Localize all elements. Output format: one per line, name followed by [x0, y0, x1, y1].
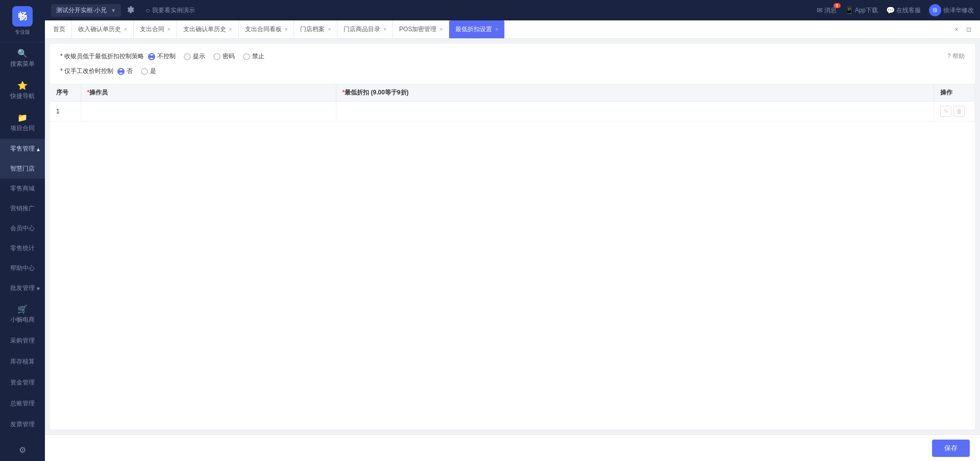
- settings-icon: ⚙: [19, 445, 26, 455]
- tab-label: 支出合同: [140, 25, 164, 34]
- tab-more-btn[interactable]: ⊡: [964, 25, 974, 35]
- topbar-project-selector[interactable]: 测试分开实框·小兄 ▼: [51, 4, 121, 17]
- tab-close-icon[interactable]: ×: [285, 27, 288, 32]
- sidebar-item-marketing[interactable]: 营销推广: [0, 199, 45, 219]
- topbar-settings-btn[interactable]: [127, 6, 135, 15]
- tab-pos-password[interactable]: POS加密管理 ×: [393, 20, 449, 39]
- content-area: * 收银员低于最低折扣控制策略 不控制 提示 密码: [45, 39, 980, 461]
- action-edit-btn[interactable]: ✎: [940, 106, 951, 117]
- sidebar-item-label: 库存核算: [10, 357, 35, 366]
- radio-no[interactable]: 否: [117, 67, 133, 76]
- sidebar-item-retail-stats[interactable]: 零售统计: [0, 238, 45, 258]
- col-header-seq: 序号: [50, 84, 81, 102]
- data-table: 序号 *操作员 *最低折扣 (9.00等于9折) 操作 1: [50, 84, 975, 122]
- sidebar-item-label: 零售统计: [10, 244, 35, 253]
- tab-close-icon[interactable]: ×: [383, 27, 386, 32]
- radio-label: 不控制: [157, 52, 176, 61]
- radio-password[interactable]: 密码: [213, 52, 235, 61]
- radio-circle-no: [117, 68, 125, 75]
- topbar: 测试分开实框·小兄 ▼ ○ 我要看实例演示 ✉ 消息 8 📱 App下载: [45, 0, 980, 20]
- tab-close-icon[interactable]: ×: [124, 27, 127, 32]
- tab-label: POS加密管理: [399, 25, 436, 34]
- sidebar-item-member[interactable]: 会员中心: [0, 219, 45, 238]
- radio-label: 提示: [193, 52, 205, 61]
- tab-min-discount[interactable]: 最低折扣设置 ×: [449, 20, 505, 39]
- sidebar-item-retail-mgmt[interactable]: 零售管理 ▲: [0, 139, 45, 159]
- sidebar-item-tax[interactable]: 税务管理: [0, 435, 45, 439]
- sidebar-item-invoice[interactable]: 发票管理: [0, 414, 45, 435]
- star-icon: ⭐: [17, 81, 28, 90]
- sidebar-item-retail-mall[interactable]: 零售商城: [0, 179, 45, 199]
- tab-close-current-btn[interactable]: ×: [951, 25, 962, 35]
- radio-remind[interactable]: 提示: [184, 52, 205, 61]
- tab-close-icon[interactable]: ×: [495, 27, 498, 32]
- help-icon-btn[interactable]: ? 帮助: [947, 52, 965, 61]
- tab-store-goods[interactable]: 门店商品目录 ×: [337, 20, 393, 39]
- sidebar-item-label: 搜索菜单: [10, 60, 35, 68]
- sidebar-item-general-ledger[interactable]: 总账管理: [0, 393, 45, 414]
- tab-payment-board[interactable]: 支出合同看板 ×: [239, 20, 295, 39]
- radio-circle-no-control: [148, 53, 155, 60]
- sidebar-item-ecommerce[interactable]: 🛒 小畅电商: [0, 298, 45, 330]
- form-field2-label: * 仅手工改价时控制: [60, 67, 113, 76]
- topbar-actions: ✉ 消息 8 📱 App下载 💬 在线客服 徐 徐泽华修改: [817, 4, 974, 16]
- content-panel: * 收银员低于最低折扣控制策略 不控制 提示 密码: [50, 44, 975, 429]
- message-icon: ✉: [817, 6, 823, 14]
- app-download-icon: 📱: [845, 6, 853, 14]
- radio-yes[interactable]: 是: [141, 67, 156, 76]
- sidebar-item-label: 项目合同: [10, 124, 35, 133]
- chevron-down-icon: ▼: [36, 285, 41, 291]
- topbar-user-menu[interactable]: 徐 徐泽华修改: [929, 4, 974, 16]
- tab-close-icon[interactable]: ×: [439, 27, 443, 32]
- col-header-discount: *最低折扣 (9.00等于9折): [336, 84, 934, 102]
- tab-home[interactable]: 首页: [47, 20, 72, 39]
- tab-close-icon[interactable]: ×: [229, 27, 232, 32]
- tabbar: 首页 收入确认单历史 × 支出合同 × 支出确认单历史 × 支出合同看板 × 门…: [45, 20, 980, 39]
- sidebar-item-help[interactable]: 帮助中心: [0, 258, 45, 278]
- radio-forbid[interactable]: 禁止: [243, 52, 264, 61]
- sidebar-item-finance[interactable]: 资金管理: [0, 372, 45, 393]
- sidebar-item-wholesale[interactable]: 批发管理 ▼: [0, 278, 45, 298]
- sidebar-item-search[interactable]: 🔍 搜索菜单: [0, 42, 45, 75]
- save-button[interactable]: 保存: [932, 440, 970, 457]
- demo-icon: ○: [145, 6, 150, 14]
- sidebar: 畅 专业版 🔍 搜索菜单 ⭐ 快捷导航 📁 项目合同 零售管理 ▲ 智慧门店 零…: [0, 0, 45, 461]
- sidebar-item-label: 营销推广: [10, 204, 35, 213]
- action-delete-btn[interactable]: 🗑: [953, 106, 965, 117]
- tab-close-icon[interactable]: ×: [328, 27, 331, 32]
- sidebar-item-label: 智慧门店: [10, 164, 35, 173]
- tab-label: 门店商品目录: [344, 25, 380, 34]
- tab-payment-contract[interactable]: 支出合同 ×: [134, 20, 177, 39]
- topbar-demo-label: 我要看实例演示: [152, 6, 195, 15]
- tab-label: 最低折扣设置: [455, 25, 492, 34]
- sidebar-item-purchase[interactable]: 采购管理: [0, 330, 45, 351]
- sidebar-item-shortcut[interactable]: ⭐ 快捷导航: [0, 75, 45, 107]
- folder-icon: 📁: [17, 113, 28, 123]
- topbar-message-btn[interactable]: ✉ 消息 8: [817, 6, 837, 15]
- sidebar-bottom-settings[interactable]: ⚙: [0, 439, 45, 461]
- tab-store-archive[interactable]: 门店档案 ×: [294, 20, 337, 39]
- topbar-username: 徐泽华修改: [943, 6, 974, 15]
- tab-payment-confirm[interactable]: 支出确认单历史 ×: [177, 20, 239, 39]
- tab-income-confirm[interactable]: 收入确认单历史 ×: [72, 20, 134, 39]
- topbar-app-download-btn[interactable]: 📱 App下载: [845, 6, 878, 15]
- radio-no-control[interactable]: 不控制: [148, 52, 176, 61]
- action-btns: ✎ 🗑: [940, 106, 968, 117]
- main-area: 测试分开实框·小兄 ▼ ○ 我要看实例演示 ✉ 消息 8 📱 App下载: [45, 0, 980, 461]
- chevron-up-icon: ▲: [36, 146, 41, 152]
- sidebar-item-label: 资金管理: [10, 378, 35, 387]
- topbar-demo-btn[interactable]: ○ 我要看实例演示: [145, 6, 194, 15]
- sidebar-item-label: 快捷导航: [10, 92, 35, 101]
- sidebar-item-label: 零售商城: [10, 184, 35, 193]
- topbar-support-btn[interactable]: 💬 在线客服: [886, 6, 921, 15]
- form-field2-radio-group: 否 是: [117, 67, 156, 76]
- radio-circle-yes: [141, 68, 148, 75]
- tab-home-label: 首页: [53, 25, 65, 34]
- topbar-support-label: 在线客服: [896, 6, 921, 15]
- sidebar-item-inventory[interactable]: 库存核算: [0, 351, 45, 372]
- sidebar-item-smart-store[interactable]: 智慧门店: [0, 159, 45, 179]
- tab-close-icon[interactable]: ×: [167, 27, 170, 32]
- user-avatar: 徐: [929, 4, 941, 16]
- sidebar-item-project[interactable]: 📁 项目合同: [0, 107, 45, 139]
- tabbar-controls: × ⊡: [947, 25, 978, 35]
